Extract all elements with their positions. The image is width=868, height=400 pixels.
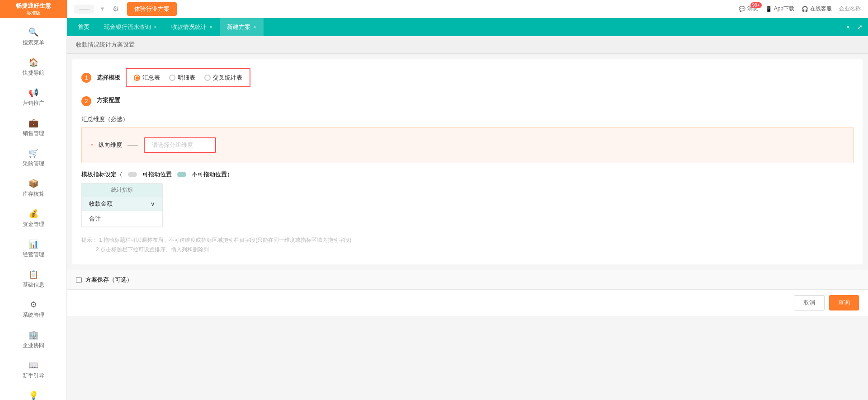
- sidebar-item-inventory[interactable]: 📦 库存核算: [0, 173, 66, 203]
- template-option-detail[interactable]: 明细表: [169, 74, 195, 82]
- dim-select-box[interactable]: 请选择分组维度: [144, 137, 216, 153]
- step1-label: 选择模板: [97, 74, 120, 82]
- notification-area[interactable]: 💬 消息 99+: [739, 5, 758, 13]
- tab-home[interactable]: 首页: [71, 18, 97, 36]
- guide-icon: 📖: [28, 360, 38, 370]
- message-icon: 💬: [739, 6, 745, 12]
- basic-icon: 📋: [28, 269, 38, 279]
- sidebar-item-purchase[interactable]: 🛒 采购管理: [0, 143, 66, 173]
- movable-tag: [128, 172, 137, 177]
- online-service-label: 在线客服: [810, 5, 832, 13]
- hint-text1: 1.拖动标题栏可以调整布局，不可跨维度或指标区域拖动栏目字段(只能在同一维度或指…: [99, 237, 351, 243]
- trial-industry-btn[interactable]: 体验行业方案: [127, 2, 177, 16]
- sidebar-item-sales[interactable]: 💼 销售管理: [0, 113, 66, 143]
- operations-icon: 📊: [28, 239, 38, 249]
- metrics-table-category-header: 统计指标: [82, 184, 162, 197]
- finance-icon: 💰: [28, 209, 38, 219]
- breadcrumb-text: ——: [74, 5, 94, 14]
- metrics-table: 统计指标 收款金额 ∨ 合计: [81, 183, 163, 227]
- tab-new-plan[interactable]: 新建方案 ×: [220, 18, 264, 36]
- tab-new-plan-close[interactable]: ×: [253, 24, 256, 30]
- app-download-icon: 📱: [765, 6, 772, 12]
- notification-badge: 99+: [750, 2, 762, 8]
- sales-icon: 💼: [28, 118, 38, 128]
- sidebar-label-nav: 快捷导航: [23, 69, 44, 77]
- tab-collection-stats-label: 收款情况统计: [171, 23, 207, 31]
- save-checkbox[interactable]: [76, 277, 82, 283]
- tab-bank-flow[interactable]: 现金银行流水查询 ×: [97, 18, 164, 36]
- sidebar-label-guide: 新手引导: [23, 372, 44, 380]
- template-summary-label: 汇总表: [142, 74, 160, 82]
- sidebar-item-operations[interactable]: 📊 经营管理: [0, 234, 66, 264]
- template-option-summary[interactable]: 汇总表: [134, 74, 160, 82]
- tab-bar: 首页 现金银行流水查询 × 收款情况统计 × 新建方案 × × ⤢: [67, 18, 868, 36]
- sidebar-item-system[interactable]: ⚙ 系统管理: [0, 294, 66, 325]
- gear-button[interactable]: ⚙: [113, 5, 119, 13]
- sidebar-item-guide[interactable]: 📖 新手引导: [0, 355, 66, 385]
- sidebar-label-search: 搜索菜单: [23, 39, 44, 47]
- metrics-col1-dropdown-icon[interactable]: ∨: [151, 201, 155, 207]
- tab-collection-stats[interactable]: 收款情况统计 ×: [164, 18, 220, 36]
- template-radio-group: 汇总表 明细表 交叉统计表: [134, 74, 242, 82]
- step2-badge: 2: [81, 96, 91, 106]
- hardware-icon: 💡: [28, 391, 38, 400]
- search-icon: 🔍: [28, 27, 38, 37]
- sidebar-label-finance: 资金管理: [23, 221, 44, 228]
- cancel-button[interactable]: 取消: [794, 295, 825, 311]
- sidebar-label-enterprise: 企业协同: [23, 342, 44, 349]
- username-label: 企业名称: [839, 5, 861, 13]
- sidebar-item-marketing[interactable]: 📢 营销推广: [0, 82, 66, 113]
- sidebar-item-search[interactable]: 🔍 搜索菜单: [0, 22, 66, 52]
- tab-bank-flow-close[interactable]: ×: [154, 24, 157, 30]
- sidebar-label-inventory: 库存核算: [23, 190, 44, 198]
- step1-badge: 1: [81, 73, 91, 83]
- home-icon: 🏠: [28, 57, 38, 67]
- template-option-cross[interactable]: 交叉统计表: [204, 74, 242, 82]
- sidebar-item-enterprise[interactable]: 🏢 企业协同: [0, 325, 66, 355]
- tab-bank-flow-label: 现金银行流水查询: [104, 23, 151, 31]
- movable-label: 可拖动位置: [142, 170, 172, 179]
- inventory-icon: 📦: [28, 179, 38, 188]
- enterprise-icon: 🏢: [28, 330, 38, 340]
- metrics-section: 模板指标设定（ 可拖动位置 不可拖动位置） 统计指标 收款金额 ∨ 合计: [81, 170, 854, 227]
- dim-row-name: 纵向维度: [99, 141, 122, 149]
- sidebar-label-marketing: 营销推广: [23, 99, 44, 107]
- hint-section: 提示： 1.拖动标题栏可以调整布局，不可跨维度或指标区域拖动栏目字段(只能在同一…: [81, 236, 854, 254]
- service-icon: 🎧: [802, 6, 808, 12]
- metrics-col1-row1: 合计: [82, 211, 162, 227]
- sidebar-label-basic: 基础信息: [23, 281, 44, 289]
- step2-row: 2 方案配置: [81, 96, 854, 106]
- dimension-section-title: 汇总维度（必选）: [81, 115, 854, 123]
- sidebar-item-basic[interactable]: 📋 基础信息: [0, 264, 66, 294]
- radio-cross: [204, 75, 211, 81]
- query-button[interactable]: 查询: [829, 295, 859, 311]
- sidebar-item-finance[interactable]: 💰 资金管理: [0, 203, 66, 234]
- step1-row: 1 选择模板 汇总表 明细表: [81, 68, 854, 87]
- step2-label: 方案配置: [97, 96, 120, 104]
- app-download-btn[interactable]: 📱 App下载: [765, 5, 794, 13]
- hint-line2: 2.点击标题栏下拉可设置排序、插入列和删除列: [81, 246, 854, 254]
- online-service-btn[interactable]: 🎧 在线客服: [802, 5, 832, 13]
- bottom-action-bar: 取消 查询: [67, 289, 868, 316]
- hint-line1: 提示： 1.拖动标题栏可以调整布局，不可跨维度或指标区域拖动栏目字段(只能在同一…: [81, 236, 854, 244]
- sidebar-item-nav[interactable]: 🏠 快捷导航: [0, 52, 66, 82]
- tab-collection-close[interactable]: ×: [209, 24, 212, 30]
- dim-placeholder: 请选择分组维度: [152, 141, 193, 148]
- save-section: 方案保存（可选）: [67, 270, 868, 289]
- tab-new-plan-label: 新建方案: [227, 23, 250, 31]
- radio-summary: [134, 75, 140, 81]
- tab-expand-btn[interactable]: ⤢: [855, 22, 864, 33]
- dimension-area: * 纵向维度 —— 请选择分组维度: [81, 127, 854, 163]
- dimension-section: 汇总维度（必选） * 纵向维度 —— 请选择分组维度: [81, 115, 854, 163]
- tab-close-win-btn[interactable]: ×: [844, 22, 852, 33]
- system-icon: ⚙: [30, 300, 37, 310]
- metrics-col1-header[interactable]: 收款金额 ∨: [82, 197, 162, 211]
- sidebar: 🔍 搜索菜单 🏠 快捷导航 📢 营销推广 💼 销售管理 🛒 采购管理 📦 库存核…: [0, 18, 67, 400]
- sidebar-item-hardware[interactable]: 💡 智能硬件: [0, 385, 66, 400]
- logo-sub: 标准版: [16, 10, 51, 16]
- save-label: 方案保存（可选）: [85, 276, 132, 284]
- dim-arrow: ——: [127, 142, 138, 148]
- purchase-icon: 🛒: [28, 148, 38, 158]
- logo-name: 畅捷通好生意: [16, 2, 51, 10]
- marketing-icon: 📢: [28, 88, 38, 98]
